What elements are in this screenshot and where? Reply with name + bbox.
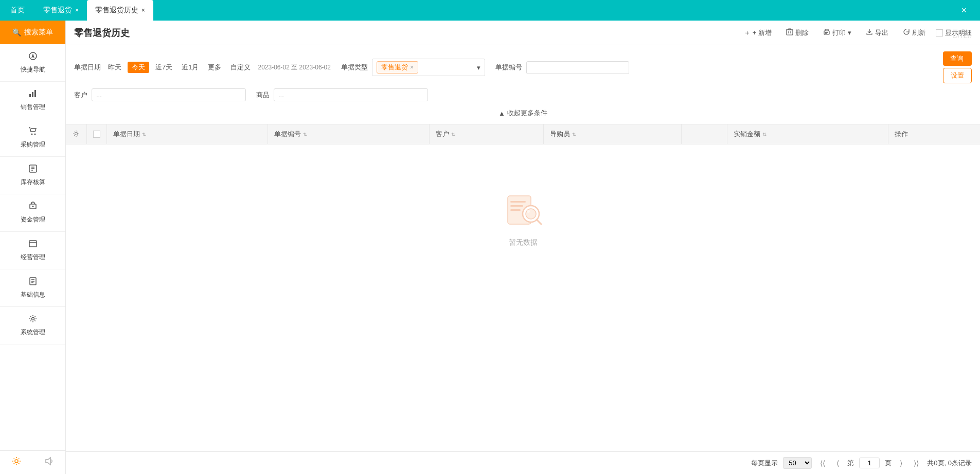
- close-window-button[interactable]: ×: [956, 5, 972, 15]
- sidebar-item-operations-label: 经营管理: [21, 253, 45, 262]
- th-action: 操作: [888, 124, 980, 144]
- customer-select[interactable]: ...: [92, 88, 246, 101]
- date-opt-custom[interactable]: 自定义: [227, 62, 254, 73]
- page-end-label: 页: [885, 459, 892, 468]
- date-opt-yesterday[interactable]: 昨天: [105, 62, 124, 73]
- per-page-label: 每页显示: [751, 459, 778, 468]
- collapse-button[interactable]: ▲ 收起更多条件: [74, 106, 972, 120]
- tab-home[interactable]: 首页: [0, 0, 35, 21]
- empty-state: 暂无数据: [66, 144, 980, 288]
- tab-retail-return-history-close[interactable]: ×: [141, 7, 145, 14]
- per-page-select[interactable]: 10 20 50 100: [783, 457, 812, 469]
- doc-type-tag-remove[interactable]: ×: [410, 64, 414, 71]
- sidebar-item-basic-label: 基础信息: [21, 290, 45, 299]
- refresh-button[interactable]: 刷新: [899, 26, 930, 40]
- th-customer[interactable]: 客户 ⇅: [430, 124, 544, 144]
- th-guide-sort-icon: ⇅: [572, 132, 576, 137]
- customer-placeholder: ...: [96, 91, 102, 99]
- sidebar-item-basic-info[interactable]: 基础信息: [0, 269, 65, 307]
- date-filter-label: 单据日期: [74, 63, 101, 72]
- sidebar: 🔍 搜索菜单 快捷导航 销售管理 采购管理 库存核算: [0, 21, 66, 474]
- sidebar-item-finance-mgmt[interactable]: 资金管理: [0, 194, 65, 232]
- sidebar-item-quick-nav[interactable]: 快捷导航: [0, 44, 65, 82]
- th-date[interactable]: 单据日期 ⇅: [106, 124, 268, 144]
- sidebar-item-system-mgmt[interactable]: 系统管理: [0, 307, 65, 344]
- table-area: 单据日期 ⇅ 单据编号 ⇅ 客户: [66, 124, 980, 451]
- svg-rect-32: [510, 205, 523, 207]
- print-label: 打印: [832, 28, 846, 38]
- page-header: 零售退货历史 ＋ + 新增 删除 打印 ▾: [66, 21, 980, 45]
- refresh-icon: [903, 28, 910, 37]
- add-label: + 新增: [753, 28, 772, 38]
- th-amount-sort-icon: ⇅: [762, 132, 767, 137]
- page-input[interactable]: [859, 458, 880, 468]
- add-button[interactable]: ＋ + 新增: [740, 26, 776, 40]
- tab-retail-return[interactable]: 零售退货 ×: [35, 0, 87, 21]
- next-page-button[interactable]: ⟩: [897, 458, 905, 468]
- doc-type-select[interactable]: 零售退货 × ▾: [372, 59, 485, 76]
- svg-marker-1: [31, 53, 34, 58]
- doc-type-tag: 零售退货 ×: [377, 61, 418, 74]
- date-options: 昨天 今天 近7天 近1月 更多 自定义: [105, 62, 254, 73]
- th-customer-sort-icon: ⇅: [451, 132, 455, 137]
- th-amount[interactable]: 实销金额 ⇅: [727, 124, 888, 144]
- sidebar-settings-icon[interactable]: [11, 456, 22, 469]
- doc-type-filter: 单据类型 零售退货 × ▾: [341, 59, 485, 76]
- th-number[interactable]: 单据编号 ⇅: [268, 124, 430, 144]
- date-filter: 单据日期 昨天 今天 近7天 近1月 更多 自定义 2023-06-02 至 2…: [74, 62, 331, 73]
- svg-point-19: [31, 318, 34, 320]
- sidebar-audio-icon[interactable]: [44, 456, 54, 469]
- th-guide[interactable]: 导购员 ⇅: [544, 124, 682, 144]
- sidebar-item-sales-mgmt[interactable]: 销售管理: [0, 82, 65, 119]
- filter-area: 单据日期 昨天 今天 近7天 近1月 更多 自定义 2023-06-02 至 2…: [66, 45, 980, 124]
- show-detail-checkbox[interactable]: [936, 29, 943, 37]
- th-number-sort-icon: ⇅: [303, 132, 307, 137]
- first-page-button[interactable]: ⟨⟨: [817, 458, 828, 468]
- svg-rect-13: [29, 241, 37, 247]
- tab-retail-return-history[interactable]: 零售退货历史 ×: [87, 0, 153, 21]
- sidebar-item-stock-label: 库存核算: [21, 178, 45, 187]
- svg-line-36: [537, 220, 541, 224]
- sidebar-item-operations-mgmt[interactable]: 经营管理: [0, 232, 65, 269]
- header-checkbox[interactable]: [93, 131, 100, 138]
- collapse-label: 收起更多条件: [507, 108, 547, 118]
- empty-icon: [500, 186, 546, 232]
- goods-select[interactable]: ...: [274, 88, 428, 101]
- toolbar: ＋ + 新增 删除 打印 ▾: [740, 26, 972, 40]
- prev-page-button[interactable]: ⟨: [833, 458, 842, 468]
- query-button[interactable]: 查询: [943, 51, 972, 66]
- th-checkbox[interactable]: [86, 124, 106, 144]
- svg-rect-22: [787, 30, 793, 35]
- top-bar: 首页 零售退货 × 零售退货历史 × ×: [0, 0, 980, 21]
- date-opt-7days[interactable]: 近7天: [152, 62, 175, 73]
- svg-rect-3: [32, 92, 33, 97]
- add-icon: ＋: [744, 28, 751, 38]
- delete-button[interactable]: 删除: [782, 26, 813, 40]
- filter-row-1: 单据日期 昨天 今天 近7天 近1月 更多 自定义 2023-06-02 至 2…: [74, 51, 972, 83]
- print-button[interactable]: 打印 ▾: [819, 26, 856, 40]
- finance-mgmt-icon: [28, 202, 38, 213]
- th-guide-label: 导购员: [550, 130, 570, 139]
- tab-retail-return-close[interactable]: ×: [75, 7, 79, 14]
- top-bar-right: ×: [956, 5, 980, 16]
- stock-calc-icon: [28, 164, 38, 176]
- doc-number-input[interactable]: [526, 61, 629, 74]
- refresh-label: 刷新: [912, 28, 925, 38]
- export-button[interactable]: 导出: [862, 26, 893, 40]
- svg-point-37: [527, 210, 530, 213]
- th-settings[interactable]: [66, 124, 86, 144]
- sidebar-item-purchase-mgmt[interactable]: 采购管理: [0, 119, 65, 157]
- tab-retail-return-history-label: 零售退货历史: [95, 6, 138, 15]
- doc-number-label: 单据编号: [495, 63, 522, 72]
- date-opt-today[interactable]: 今天: [128, 62, 149, 73]
- th-amount-label: 实销金额: [734, 130, 760, 139]
- th-date-label: 单据日期: [113, 130, 140, 139]
- empty-cell: 暂无数据: [66, 144, 980, 289]
- last-page-button[interactable]: ⟩⟩: [911, 458, 922, 468]
- sidebar-item-stock-calc[interactable]: 库存核算: [0, 157, 65, 194]
- date-opt-more[interactable]: 更多: [205, 62, 224, 73]
- date-opt-1month[interactable]: 近1月: [179, 62, 202, 73]
- doc-type-label: 单据类型: [341, 63, 368, 72]
- sidebar-search[interactable]: 🔍 搜索菜单: [0, 21, 65, 44]
- settings-button[interactable]: 设置: [943, 68, 972, 83]
